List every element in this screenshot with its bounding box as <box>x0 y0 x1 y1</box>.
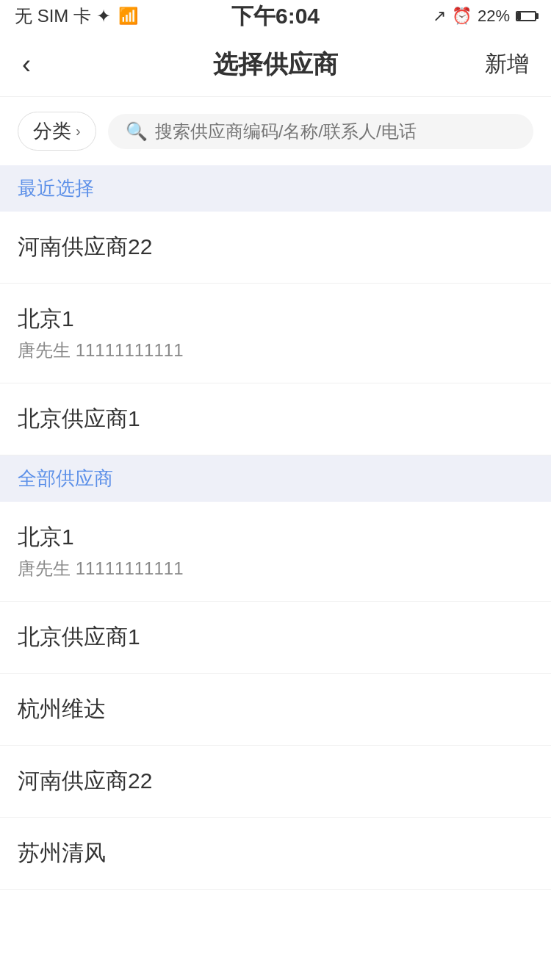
search-input[interactable] <box>155 121 516 142</box>
battery-label: 22% <box>478 7 510 26</box>
item-name: 河南供应商22 <box>18 232 533 262</box>
all-section-header: 全部供应商 <box>0 455 551 502</box>
search-icon: 🔍 <box>126 121 148 142</box>
item-name: 北京供应商1 <box>18 622 533 652</box>
alarm-icon: ⏰ <box>452 7 472 26</box>
chevron-right-icon: › <box>76 123 81 140</box>
status-bar: 无 SIM 卡 ✦ 📶 下午6:04 ↗ ⏰ 22% <box>0 0 551 32</box>
item-name: 北京1 <box>18 304 533 334</box>
item-sub: 唐先生 11111111111 <box>18 339 533 362</box>
item-name: 河南供应商22 <box>18 766 533 796</box>
battery-icon <box>516 11 536 21</box>
item-name: 杭州维达 <box>18 694 533 724</box>
recent-list-item[interactable]: 北京供应商1 <box>0 383 551 455</box>
item-name: 苏州清风 <box>18 838 533 868</box>
filter-bar: 分类 › 🔍 <box>0 97 551 165</box>
recent-list: 河南供应商22北京1唐先生 11111111111北京供应商1 <box>0 212 551 455</box>
wifi-icon: 📶 <box>118 7 138 26</box>
all-list-item[interactable]: 北京供应商1 <box>0 602 551 674</box>
all-section-label: 全部供应商 <box>18 467 113 489</box>
all-list-item[interactable]: 河南供应商22 <box>0 746 551 818</box>
location-icon: ↗ <box>433 7 446 26</box>
nav-bar: ‹ 选择供应商 新增 <box>0 32 551 97</box>
category-label: 分类 <box>33 118 71 144</box>
category-filter-button[interactable]: 分类 › <box>18 112 96 151</box>
all-list: 北京1唐先生 11111111111北京供应商1杭州维达河南供应商22苏州清风 <box>0 502 551 890</box>
page-title: 选择供应商 <box>81 48 470 82</box>
item-name: 北京供应商1 <box>18 404 533 434</box>
recent-list-item[interactable]: 北京1唐先生 11111111111 <box>0 284 551 383</box>
all-list-item[interactable]: 杭州维达 <box>0 674 551 746</box>
all-list-item[interactable]: 苏州清风 <box>0 818 551 890</box>
status-time: 下午6:04 <box>231 1 320 32</box>
recent-section-header: 最近选择 <box>0 165 551 212</box>
status-right: ↗ ⏰ 22% <box>433 7 536 26</box>
back-button[interactable]: ‹ <box>22 49 81 80</box>
sim-label: 无 SIM 卡 ✦ <box>15 4 111 28</box>
recent-list-item[interactable]: 河南供应商22 <box>0 212 551 284</box>
all-list-item[interactable]: 北京1唐先生 11111111111 <box>0 502 551 602</box>
search-box: 🔍 <box>108 114 533 149</box>
recent-section-label: 最近选择 <box>18 177 94 199</box>
add-button[interactable]: 新增 <box>470 49 529 79</box>
item-name: 北京1 <box>18 522 533 552</box>
item-sub: 唐先生 11111111111 <box>18 557 533 580</box>
status-left: 无 SIM 卡 ✦ 📶 <box>15 4 138 28</box>
